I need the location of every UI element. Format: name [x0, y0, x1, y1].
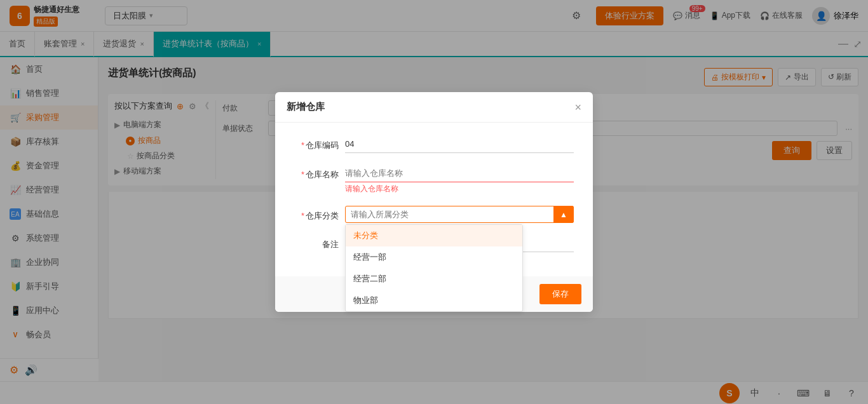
classify-wrapper: ▲ 未分类 经营一部 经营二部 物业部 [345, 206, 574, 223]
dialog-title: 新增仓库 [287, 101, 325, 113]
dropdown-item-dept3[interactable]: 物业部 [346, 290, 522, 311]
classify-dropdown: 未分类 经营一部 经营二部 物业部 [345, 224, 523, 312]
form-row-name: 仓库名称 请输入仓库名称 [294, 165, 574, 194]
warehouse-code-input[interactable] [345, 135, 574, 153]
warehouse-dialog: 新增仓库 × 仓库编码 仓库名称 请输入仓库名称 仓库分类 [275, 92, 593, 312]
warehouse-name-error: 请输入仓库名称 [345, 184, 574, 194]
form-row-classify: 仓库分类 ▲ 未分类 经营一部 经营二部 物业部 [294, 206, 574, 223]
dropdown-item-dept2[interactable]: 经营二部 [346, 268, 522, 290]
warehouse-name-input[interactable] [345, 165, 574, 182]
dialog-body: 仓库编码 仓库名称 请输入仓库名称 仓库分类 ▲ [275, 123, 593, 276]
save-button[interactable]: 保存 [539, 284, 581, 304]
warehouse-code-label: 仓库编码 [294, 135, 339, 151]
warehouse-name-label: 仓库名称 [294, 165, 339, 180]
classify-input[interactable] [345, 206, 574, 223]
warehouse-name-wrapper: 请输入仓库名称 [345, 165, 574, 194]
form-row-code: 仓库编码 [294, 135, 574, 153]
dropdown-item-unclassified[interactable]: 未分类 [346, 225, 522, 246]
dialog-close-icon[interactable]: × [574, 102, 581, 113]
classify-label: 仓库分类 [294, 206, 339, 222]
dialog-header: 新增仓库 × [275, 92, 593, 123]
modal-overlay: 新增仓库 × 仓库编码 仓库名称 请输入仓库名称 仓库分类 [0, 0, 868, 404]
warehouse-code-wrapper [345, 135, 574, 153]
remark-label: 备注 [294, 234, 339, 250]
dropdown-item-dept1[interactable]: 经营一部 [346, 246, 522, 268]
classify-toggle-icon[interactable]: ▲ [553, 206, 574, 223]
